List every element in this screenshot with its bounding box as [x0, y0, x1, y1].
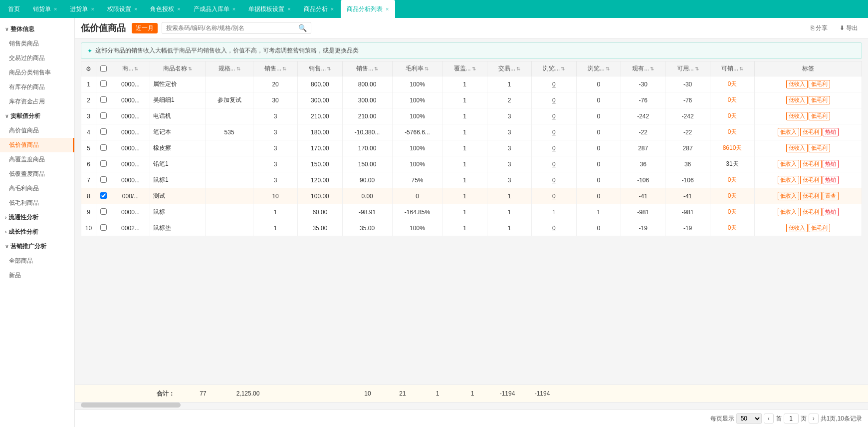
row-checkbox[interactable]: [100, 192, 107, 199]
search-icon[interactable]: 🔍: [298, 24, 307, 32]
sidebar-item-category-rate[interactable]: 商品分类销售率: [0, 65, 74, 80]
row-checkbox[interactable]: [100, 144, 107, 151]
sort-icon-8[interactable]: ⇅: [472, 66, 476, 71]
col-browse2-header[interactable]: 浏览...⇅: [576, 61, 621, 76]
first-page-btn[interactable]: ‹: [764, 414, 774, 424]
nav-permission[interactable]: 权限设置 ×: [101, 0, 143, 18]
col-browse1-header[interactable]: 浏览...⇅: [532, 61, 576, 76]
nav-product-analysis-close[interactable]: ×: [331, 6, 334, 12]
nav-product-in-close[interactable]: ×: [232, 6, 235, 12]
sidebar-item-high-cover[interactable]: 高覆盖度商品: [0, 152, 74, 167]
share-button[interactable]: ⎘ 分享: [807, 22, 832, 34]
sort-icon-3[interactable]: ⇅: [236, 66, 240, 71]
row-check[interactable]: [96, 156, 111, 172]
col-sales-xxx-header[interactable]: 销售...⇅: [342, 61, 392, 76]
row-browse1[interactable]: 0: [532, 172, 576, 188]
sort-icon-12[interactable]: ⇅: [650, 66, 654, 71]
sort-icon[interactable]: ⇅: [134, 66, 138, 71]
row-browse1[interactable]: 0: [532, 156, 576, 172]
scrollbar-thumb[interactable]: [81, 403, 181, 408]
sort-icon-10[interactable]: ⇅: [561, 66, 565, 71]
sort-icon-7[interactable]: ⇅: [425, 66, 429, 71]
nav-product-analysis[interactable]: 商品分析 ×: [298, 0, 340, 18]
row-check[interactable]: [96, 108, 111, 124]
next-page-btn[interactable]: ›: [809, 414, 819, 424]
col-sales-amt-header[interactable]: 销售...⇅: [298, 61, 342, 76]
col-cover-header[interactable]: 覆盖...⇅: [442, 61, 487, 76]
sort-icon-9[interactable]: ⇅: [516, 66, 520, 71]
browse1-link[interactable]: 0: [552, 177, 556, 184]
browse1-link[interactable]: 0: [552, 81, 556, 88]
col-check-header[interactable]: [96, 61, 111, 76]
browse1-link[interactable]: 0: [552, 113, 556, 120]
browse1-link[interactable]: 0: [552, 193, 556, 200]
per-page-select[interactable]: 50 100 200: [736, 413, 762, 424]
row-check[interactable]: [96, 124, 111, 140]
row-check[interactable]: [96, 76, 111, 92]
col-sales-qty-header[interactable]: 销售...⇅: [253, 61, 297, 76]
nav-product-analysis-list[interactable]: 商品分析列表 ×: [341, 0, 395, 18]
sort-icon-2[interactable]: ⇅: [188, 66, 192, 71]
col-setting[interactable]: ⚙: [81, 61, 96, 76]
sidebar-group-overall[interactable]: ∨ 整体信息: [0, 22, 74, 36]
sort-icon-13[interactable]: ⇅: [695, 66, 699, 71]
row-check[interactable]: [96, 220, 111, 236]
row-check[interactable]: [96, 204, 111, 220]
col-name-header[interactable]: 商品名称⇅: [150, 61, 205, 76]
nav-product-in[interactable]: 产成品入库单 ×: [188, 0, 241, 18]
col-salable-header[interactable]: 可销...⇅: [710, 61, 754, 76]
row-checkbox[interactable]: [100, 160, 107, 167]
row-checkbox[interactable]: [100, 112, 107, 119]
row-browse1[interactable]: 0: [532, 124, 576, 140]
sidebar-item-low-value[interactable]: 低价值商品: [0, 138, 74, 152]
row-browse1[interactable]: 0: [532, 108, 576, 124]
browse1-link[interactable]: 0: [552, 225, 556, 232]
sidebar-item-low-cover[interactable]: 低覆盖度商品: [0, 167, 74, 181]
col-gross-header[interactable]: 毛利率⇅: [392, 61, 442, 76]
settings-icon[interactable]: ⚙: [86, 65, 91, 72]
row-browse1[interactable]: 0: [532, 220, 576, 236]
time-filter-btn[interactable]: 近一月: [132, 23, 158, 33]
select-all-checkbox[interactable]: [100, 65, 107, 72]
export-button[interactable]: ⬇ 导出: [836, 22, 862, 34]
col-available-header[interactable]: 可用...⇅: [665, 61, 710, 76]
sidebar-item-high-gross[interactable]: 高毛利商品: [0, 181, 74, 196]
row-checkbox[interactable]: [100, 208, 107, 215]
sidebar-item-all-goods[interactable]: 全部商品: [0, 254, 74, 268]
sort-icon-14[interactable]: ⇅: [739, 66, 743, 71]
browse1-link[interactable]: 0: [552, 145, 556, 152]
col-spec-header[interactable]: 规格...⇅: [206, 61, 253, 76]
sidebar-group-liquidity[interactable]: › 流通性分析: [0, 210, 74, 225]
nav-template-close[interactable]: ×: [287, 6, 290, 12]
search-input[interactable]: [166, 24, 296, 31]
sidebar-item-stock-capital[interactable]: 库存资金占用: [0, 94, 74, 109]
row-check[interactable]: [96, 172, 111, 188]
browse1-link[interactable]: 1: [552, 209, 556, 216]
nav-role[interactable]: 角色授权 ×: [144, 0, 186, 18]
sidebar-group-marketing[interactable]: ∨ 营销推广分析: [0, 239, 74, 254]
sort-icon-11[interactable]: ⇅: [606, 66, 610, 71]
col-trade-header[interactable]: 交易...⇅: [487, 61, 531, 76]
sidebar-item-new-goods[interactable]: 新品: [0, 268, 74, 283]
sort-icon-6[interactable]: ⇅: [374, 66, 378, 71]
col-tags-header[interactable]: 标签: [755, 61, 862, 76]
sort-icon-4[interactable]: ⇅: [282, 66, 286, 71]
sidebar-group-contribution[interactable]: ∨ 贡献值分析: [0, 109, 74, 123]
row-check[interactable]: [96, 92, 111, 108]
row-check[interactable]: [96, 140, 111, 156]
browse1-link[interactable]: 0: [552, 97, 556, 104]
sidebar-item-sales-goods[interactable]: 销售类商品: [0, 36, 74, 51]
browse1-link[interactable]: 0: [552, 129, 556, 136]
col-stock-header[interactable]: 现有...⇅: [621, 61, 665, 76]
nav-home[interactable]: 首页: [2, 0, 26, 18]
sidebar-group-growth[interactable]: › 成长性分析: [0, 225, 74, 239]
horizontal-scrollbar[interactable]: [81, 403, 862, 408]
row-browse1[interactable]: 0: [532, 140, 576, 156]
nav-purchase[interactable]: 进货单 ×: [64, 0, 100, 18]
row-check[interactable]: [96, 188, 111, 204]
row-checkbox[interactable]: [100, 128, 107, 135]
row-checkbox[interactable]: [100, 176, 107, 183]
row-browse1[interactable]: 1: [532, 204, 576, 220]
row-browse1[interactable]: 0: [532, 188, 576, 204]
row-checkbox[interactable]: [100, 80, 107, 87]
